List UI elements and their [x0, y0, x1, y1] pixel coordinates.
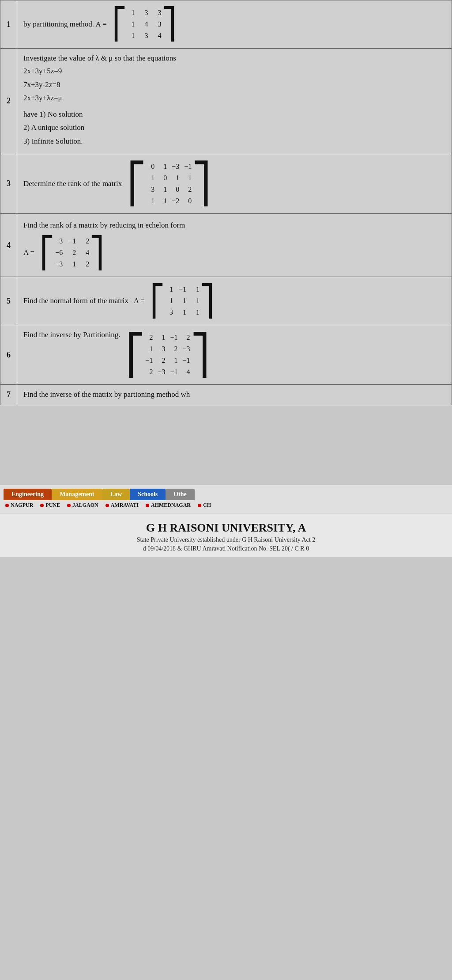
footer-title: G H RAISONI UNIVERSITY, A [9, 521, 443, 535]
left-bracket-6: ⎡ [126, 338, 145, 372]
nav-subtabs: NAGPUR PUNE JALGAON AMRAVATI AHMEDNAGAR … [0, 500, 452, 510]
matrix-row5: ⎡ 1 −1 1 1 1 1 3 1 1 [150, 284, 215, 318]
row-content-3: Determine the rank of the matrix ⎡ 0 1 −… [17, 154, 452, 213]
equation-2: 7x+3y-2z=8 [23, 78, 445, 92]
row-number-7: 7 [0, 385, 17, 405]
row7-text: Find the inverse of the matrix by partio… [23, 390, 190, 399]
row1-inner: by partitioning method. A = ⎡ 1 3 3 1 4 … [23, 6, 445, 43]
left-bracket-5: ⎡ [150, 288, 165, 315]
solution-3: 3) Infinite Solution. [23, 135, 445, 148]
row3-text: Determine the rank of the matrix [23, 179, 122, 188]
solution-2: 2) A unique solution [23, 121, 445, 135]
nav-tab-schools[interactable]: Schools [130, 489, 166, 500]
subtab-amravati-label: AMRAVATI [111, 502, 139, 509]
row4-inner: Find the rank of a matrix by reducing in… [23, 219, 445, 272]
row-number-5: 5 [0, 277, 17, 325]
nav-tab-other[interactable]: Othe [166, 489, 195, 500]
row-content-1: by partitioning method. A = ⎡ 1 3 3 1 4 … [17, 0, 452, 49]
dot-amravati [105, 504, 109, 507]
row6-inner: Find the inverse by Partitioning. ⎡ 2 1 … [23, 330, 445, 379]
left-bracket-4: ⎡ [40, 239, 55, 266]
footer-subtitle: State Private University established und… [9, 536, 443, 543]
row-content-5: Find the normal form of the matrix A = ⎡… [17, 277, 452, 325]
subtab-ahmednagar-label: AHMEDNAGAR [151, 502, 191, 509]
bottom-nav: Engineering Management Law Schools Othe … [0, 485, 452, 513]
solutions-block: have 1) No solution 2) A unique solution… [23, 108, 445, 148]
table-row: 5 Find the normal form of the matrix A =… [0, 277, 452, 325]
question-table: 1 by partitioning method. A = ⎡ 1 3 3 1 [0, 0, 452, 405]
right-bracket-5: ⎤ [200, 288, 215, 315]
matrix-row4: ⎡ 3 −1 2 −6 2 4 −3 1 [40, 236, 104, 270]
matrix-row3: ⎡ 0 1 −3 −1 1 0 1 1 3 1 [127, 161, 211, 206]
subtab-ch: CH [198, 502, 211, 509]
equations-block: 2x+3y+5z=9 7x+3y-2z=8 2x+3y+λz=μ [23, 65, 445, 105]
row5-inner: Find the normal form of the matrix A = ⎡… [23, 282, 445, 319]
subtab-ahmednagar: AHMEDNAGAR [146, 502, 191, 509]
subtab-pune-label: PUNE [45, 502, 60, 509]
nav-tabs: Engineering Management Law Schools Othe [0, 489, 452, 500]
row-content-6: Find the inverse by Partitioning. ⎡ 2 1 … [17, 325, 452, 385]
dot-pune [40, 504, 44, 507]
matrix-grid-row1: 1 3 3 1 4 3 1 3 4 [127, 8, 162, 41]
row-content-2: Investigate the value of λ & μ so that t… [17, 49, 452, 154]
left-bracket-3: ⎡ [127, 166, 147, 201]
row-number-4: 4 [0, 213, 17, 277]
nav-tab-management[interactable]: Management [52, 489, 102, 500]
nav-tab-law[interactable]: Law [102, 489, 130, 500]
row2-inner: Investigate the value of λ & μ so that t… [23, 54, 445, 148]
row2-intro: Investigate the value of λ & μ so that t… [23, 54, 445, 63]
right-bracket-3: ⎤ [192, 166, 211, 201]
nav-tab-engineering[interactable]: Engineering [4, 489, 52, 500]
row4-a-label: A = [23, 247, 34, 259]
matrix-grid-row3: 0 1 −3 −1 1 0 1 1 3 1 0 [147, 161, 192, 206]
row4-text: Find the rank of a matrix by reducing in… [23, 219, 445, 232]
row1-text: by partitioning method. A = [23, 20, 107, 29]
row6-text: Find the inverse by Partitioning. [23, 330, 121, 339]
subtab-nagpur: NAGPUR [5, 502, 33, 509]
left-bracket: ⎡ [112, 11, 127, 38]
dot-ahmednagar [146, 504, 149, 507]
matrix-row6: ⎡ 2 1 −1 2 1 3 2 −3 −1 2 [126, 332, 210, 377]
subtab-amravati: AMRAVATI [105, 502, 139, 509]
row-number-1: 1 [0, 0, 17, 49]
dot-jalgaon [67, 504, 71, 507]
matrix-grid-row6: 2 1 −1 2 1 3 2 −3 −1 2 1 [145, 332, 190, 377]
table-row: 7 Find the inverse of the matrix by part… [0, 385, 452, 405]
row5-text: Find the normal form of the matrix A = [23, 296, 145, 305]
table-row: 3 Determine the rank of the matrix ⎡ 0 1… [0, 154, 452, 213]
equation-1: 2x+3y+5z=9 [23, 65, 445, 78]
subtab-pune: PUNE [40, 502, 60, 509]
row-content-7: Find the inverse of the matrix by partio… [17, 385, 452, 405]
row4-matrix-row: A = ⎡ 3 −1 2 −6 2 4 −3 [23, 234, 445, 271]
subtab-jalgaon: JALGAON [67, 502, 98, 509]
equation-3: 2x+3y+λz=μ [23, 91, 445, 105]
table-row: 4 Find the rank of a matrix by reducing … [0, 213, 452, 277]
dot-ch [198, 504, 201, 507]
solution-1: have 1) No solution [23, 108, 445, 122]
table-row: 1 by partitioning method. A = ⎡ 1 3 3 1 [0, 0, 452, 49]
subtab-nagpur-label: NAGPUR [11, 502, 33, 509]
matrix-grid-row5: 1 −1 1 1 1 1 3 1 1 [165, 284, 200, 318]
table-row: 2 Investigate the value of λ & μ so that… [0, 49, 452, 154]
row-number-2: 2 [0, 49, 17, 154]
right-bracket: ⎤ [162, 11, 177, 38]
row-number-6: 6 [0, 325, 17, 385]
row-number-3: 3 [0, 154, 17, 213]
page-content: 1 by partitioning method. A = ⎡ 1 3 3 1 [0, 0, 452, 557]
dot-nagpur [5, 504, 9, 507]
subtab-ch-label: CH [203, 502, 211, 509]
footer-subtitle2: d 09/04/2018 & GHRU Amravati Notificatio… [9, 545, 443, 552]
row7-inner: Find the inverse of the matrix by partio… [23, 390, 445, 399]
subtab-jalgaon-label: JALGAON [72, 502, 98, 509]
footer: G H RAISONI UNIVERSITY, A State Private … [0, 513, 452, 557]
table-row: 6 Find the inverse by Partitioning. ⎡ 2 … [0, 325, 452, 385]
right-bracket-4: ⎤ [89, 239, 104, 266]
row3-inner: Determine the rank of the matrix ⎡ 0 1 −… [23, 160, 445, 208]
right-bracket-6: ⎤ [190, 338, 210, 372]
spacer [0, 405, 452, 485]
row-content-4: Find the rank of a matrix by reducing in… [17, 213, 452, 277]
matrix-A-row1: ⎡ 1 3 3 1 4 3 1 3 4 [112, 8, 177, 41]
matrix-grid-row4: 3 −1 2 −6 2 4 −3 1 2 [55, 236, 89, 270]
